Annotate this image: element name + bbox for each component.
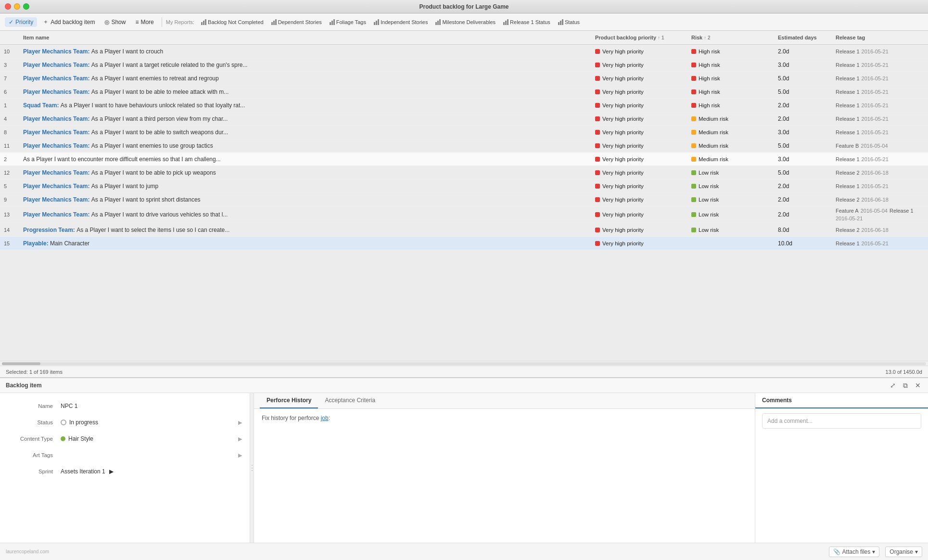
- row-risk: Low risk: [687, 182, 774, 191]
- risk-dot-icon: [691, 103, 696, 108]
- row-estimated-days: 10.0d: [774, 239, 832, 248]
- table-row[interactable]: 10Player Mechanics Team: As a Player I w…: [0, 45, 928, 58]
- table-row[interactable]: 8Player Mechanics Team: As a Player I wa…: [0, 126, 928, 139]
- maximize-button[interactable]: [23, 3, 29, 10]
- row-item-name[interactable]: Player Mechanics Team: As a Player I wan…: [19, 87, 591, 97]
- row-item-name[interactable]: Player Mechanics Team: As a Player I wan…: [19, 127, 591, 137]
- show-button[interactable]: ◎ Show: [101, 17, 129, 27]
- report-foliage-tags[interactable]: Foliage Tags: [327, 18, 369, 26]
- tab-acceptance-criteria[interactable]: Acceptance Criteria: [318, 393, 382, 408]
- row-item-name[interactable]: Player Mechanics Team: As a Player I wan…: [19, 195, 591, 204]
- table-row[interactable]: 13Player Mechanics Team: As a Player I w…: [0, 206, 928, 223]
- row-item-name[interactable]: Player Mechanics Team: As a Player I wan…: [19, 74, 591, 83]
- row-item-name[interactable]: Playable: Main Character: [19, 239, 591, 248]
- scrollbar-track[interactable]: [2, 362, 926, 365]
- table-row[interactable]: 5Player Mechanics Team: As a Player I wa…: [0, 179, 928, 193]
- close-button[interactable]: [5, 3, 11, 10]
- add-comment-field[interactable]: Add a comment...: [762, 413, 921, 429]
- table-row[interactable]: 3Player Mechanics Team: As a Player I wa…: [0, 58, 928, 72]
- team-name: Player Mechanics Team:: [23, 142, 91, 149]
- comments-body: Add a comment...: [755, 408, 928, 543]
- row-risk: High risk: [687, 101, 774, 110]
- table-row[interactable]: 15Playable: Main CharacterVery high prio…: [0, 237, 928, 250]
- release-tag-label: Release 1: [836, 49, 860, 54]
- table-row[interactable]: 9Player Mechanics Team: As a Player I wa…: [0, 193, 928, 206]
- window-controls: [5, 3, 29, 10]
- row-item-name[interactable]: Player Mechanics Team: As a Player I wan…: [19, 114, 591, 124]
- table-row[interactable]: 4Player Mechanics Team: As a Player I wa…: [0, 112, 928, 126]
- row-release-tag: Release 12016-05-21: [832, 155, 928, 164]
- risk-text: Low risk: [699, 183, 719, 189]
- row-number: 3: [0, 61, 19, 69]
- table-row[interactable]: 2As a Player I want to encounter more di…: [0, 153, 928, 166]
- col-header-days[interactable]: Estimated days: [774, 34, 832, 41]
- organise-button[interactable]: Organise ▾: [885, 547, 922, 557]
- row-item-name[interactable]: Player Mechanics Team: As a Player I wan…: [19, 141, 591, 151]
- table-row[interactable]: 6Player Mechanics Team: As a Player I wa…: [0, 85, 928, 99]
- table-area: Item name Product backlog priority ↑ 1 R…: [0, 31, 928, 377]
- expand-button[interactable]: ⤢: [889, 381, 897, 390]
- col-header-name[interactable]: Item name: [19, 34, 591, 41]
- add-backlog-label: Add backlog item: [51, 19, 95, 25]
- status-bar: Selected: 1 of 169 items 13.0 of 1450.0d: [0, 366, 928, 377]
- row-item-name[interactable]: Squad Team: As a Player I want to have b…: [19, 101, 591, 110]
- minimize-button[interactable]: [14, 3, 20, 10]
- priority-text: Very high priority: [602, 227, 644, 233]
- table-row[interactable]: 7Player Mechanics Team: As a Player I wa…: [0, 72, 928, 85]
- release-date: 2016-05-04: [861, 143, 888, 149]
- row-item-name[interactable]: Player Mechanics Team: As a Player I wan…: [19, 47, 591, 56]
- report-status[interactable]: Status: [555, 18, 583, 26]
- row-item-name[interactable]: Player Mechanics Team: As a Player I wan…: [19, 210, 591, 219]
- external-link-button[interactable]: ⧉: [901, 381, 910, 390]
- col-header-priority[interactable]: Product backlog priority ↑ 1: [591, 34, 687, 41]
- total-days: 13.0 of 1450.0d: [886, 369, 922, 375]
- row-item-name[interactable]: Player Mechanics Team: As a Player I wan…: [19, 60, 591, 70]
- row-estimated-days: 5.0d: [774, 74, 832, 83]
- detail-splitter[interactable]: ⋮: [250, 393, 254, 543]
- row-risk: High risk: [687, 74, 774, 83]
- col-header-release[interactable]: Release tag: [832, 34, 928, 41]
- release-date: 2016-06-18: [862, 197, 889, 203]
- perforce-job-link[interactable]: job: [321, 415, 329, 421]
- report-independent-stories[interactable]: Independent Stories: [371, 18, 431, 26]
- close-panel-button[interactable]: ✕: [914, 381, 922, 390]
- row-risk: Medium risk: [687, 115, 774, 123]
- row-risk: Medium risk: [687, 141, 774, 150]
- priority-text: Very high priority: [602, 241, 644, 246]
- bottom-panel: Backlog item ⤢ ⧉ ✕ Name NPC 1 Status In …: [0, 377, 928, 560]
- row-item-name[interactable]: Player Mechanics Team: As a Player I wan…: [19, 168, 591, 178]
- scrollbar-thumb[interactable]: [2, 362, 40, 365]
- report-milestone-deliverables[interactable]: Milestone Deliverables: [432, 18, 498, 26]
- art-tags-label: Art Tags: [8, 452, 61, 458]
- art-tags-value[interactable]: ▶: [61, 452, 242, 458]
- comments-header[interactable]: Comments: [755, 393, 928, 408]
- table-row[interactable]: 12Player Mechanics Team: As a Player I w…: [0, 166, 928, 179]
- add-backlog-button[interactable]: ＋ Add backlog item: [39, 16, 99, 27]
- bar-chart-icon: [201, 19, 206, 25]
- priority-text: Very high priority: [602, 212, 644, 217]
- sprint-value[interactable]: Assets Iteration 1 ▶: [61, 468, 114, 475]
- priority-button[interactable]: ✓ Priority: [5, 17, 37, 27]
- item-description: As a Player I want enemies to retreat an…: [91, 75, 219, 82]
- row-item-name[interactable]: Player Mechanics Team: As a Player I wan…: [19, 181, 591, 191]
- row-priority: Very high priority: [591, 115, 687, 123]
- row-item-name[interactable]: Progression Team: As a Player I want to …: [19, 225, 591, 235]
- content-type-value[interactable]: Hair Style ▶: [61, 435, 242, 442]
- release-date: 2016-05-21: [862, 116, 889, 122]
- col-header-risk[interactable]: Risk ↑ 2: [687, 34, 774, 41]
- status-value[interactable]: In progress ▶: [61, 419, 242, 426]
- table-row[interactable]: 11Player Mechanics Team: As a Player I w…: [0, 139, 928, 153]
- attach-files-button[interactable]: 📎 Attach files ▾: [829, 547, 880, 557]
- report-release-1-status[interactable]: Release 1 Status: [500, 18, 553, 26]
- horizontal-scrollbar[interactable]: [0, 361, 928, 366]
- release-date: 2016-05-21: [862, 183, 889, 189]
- tab-perforce-history[interactable]: Perforce History: [260, 393, 318, 408]
- report-dependent-stories[interactable]: Dependent Stories: [268, 18, 325, 26]
- table-row[interactable]: 14Progression Team: As a Player I want t…: [0, 223, 928, 237]
- more-button[interactable]: ≡ More: [131, 17, 157, 27]
- row-item-name[interactable]: As a Player I want to encounter more dif…: [19, 154, 591, 164]
- report-backlog-not-completed[interactable]: Backlog Not Completed: [198, 18, 267, 26]
- sprint-label: Sprint: [8, 469, 61, 474]
- table-row[interactable]: 1Squad Team: As a Player I want to have …: [0, 99, 928, 112]
- name-label: Name: [8, 403, 61, 409]
